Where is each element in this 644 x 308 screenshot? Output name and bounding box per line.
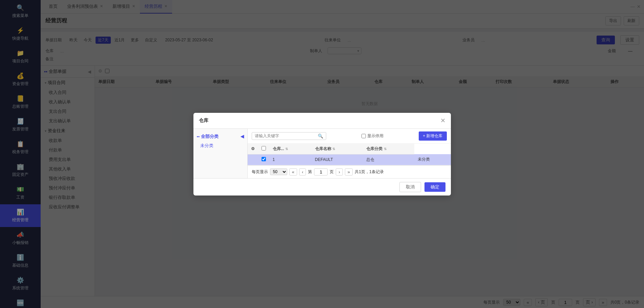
modal-all-label: 全部分类 [201,134,219,140]
row-id: 1 [269,154,312,165]
modal-left-unclassified[interactable]: 未分类 [197,141,244,150]
modal-left-panel: ▪▪ 全部分类 ◀ 未分类 [193,129,248,178]
row-settings [248,154,258,165]
modal-page-unit: 页 [330,169,334,175]
modal-th-name: 仓库名称 ⇅ [312,144,363,155]
name-sort-icon[interactable]: ⇅ [332,147,335,151]
collapse-left-icon[interactable]: ◀ [241,134,244,139]
modal-overlay: 仓库 ✕ ▪▪ 全部分类 ◀ 未分类 [0,0,644,308]
settings-col-icon[interactable]: ⚙ [251,146,255,151]
modal-warehouse-table: ⚙ 仓库... ⇅ 仓库名称 [248,144,451,165]
modal-pagination: 每页显示 50 10 20 100 « ‹ 第 页 › » 共1页，1条记录 [248,165,451,178]
modal-per-page-label: 每页显示 [252,169,268,175]
category-sort-icon[interactable]: ⇅ [384,147,387,151]
warehouse-search-input[interactable] [255,134,316,138]
modal-th-checkbox [258,144,269,155]
modal-toolbar: 🔍 显示停用 + 新增仓库 [248,129,451,144]
row-checkbox [258,154,269,165]
add-warehouse-button[interactable]: + 新增仓库 [419,131,446,141]
grid-small-icon: ▪▪ [197,134,200,139]
modal-th-settings: ⚙ [248,144,258,155]
modal-all-category[interactable]: ▪▪ 全部分类 ◀ [197,132,244,141]
modal-select-all[interactable] [262,146,266,150]
modal-title: 仓库 [199,118,208,124]
modal-right-panel: 🔍 显示停用 + 新增仓库 ⚙ [248,129,451,178]
search-icon[interactable]: 🔍 [318,134,323,139]
modal-footer: 取消 确定 [193,178,451,196]
table-row[interactable]: 1 DEFAULT 总仓 未分类 [248,154,451,165]
modal-body: ▪▪ 全部分类 ◀ 未分类 🔍 显示停 [193,129,451,178]
modal-page-label: 第 [308,169,312,175]
modal-last-page[interactable]: » [345,168,353,176]
warehouse-search-box: 🔍 [252,132,326,140]
modal-confirm-button[interactable]: 确定 [424,182,445,192]
show-disabled-label: 显示停用 [367,133,383,139]
modal-prev-page[interactable]: ‹ [299,168,306,176]
row-code: DEFAULT [312,154,363,165]
row-name: 总仓 [363,154,414,165]
modal-total: 共1页，1条记录 [355,169,383,175]
unclassified-label: 未分类 [200,143,213,148]
modal-th-category: 仓库分类 ⇅ [363,144,414,155]
modal-header: 仓库 ✕ [193,113,451,129]
code-sort-icon[interactable]: ⇅ [285,147,288,151]
modal-th-code: 仓库... ⇅ [269,144,312,155]
modal-page-input[interactable] [314,168,328,176]
warehouse-modal: 仓库 ✕ ▪▪ 全部分类 ◀ 未分类 [193,113,451,196]
modal-first-page[interactable]: « [289,168,297,176]
modal-table-wrapper: ⚙ 仓库... ⇅ 仓库名称 [248,144,451,165]
modal-per-page-select[interactable]: 50 10 20 100 [270,168,287,175]
row-category: 未分类 [414,154,451,165]
modal-next-page[interactable]: › [336,168,342,176]
row-select-checkbox[interactable] [262,157,266,161]
show-disabled-group: 显示停用 [361,133,383,139]
show-disabled-checkbox[interactable] [361,134,366,138]
modal-close-button[interactable]: ✕ [440,117,445,124]
modal-cancel-button[interactable]: 取消 [399,182,421,192]
